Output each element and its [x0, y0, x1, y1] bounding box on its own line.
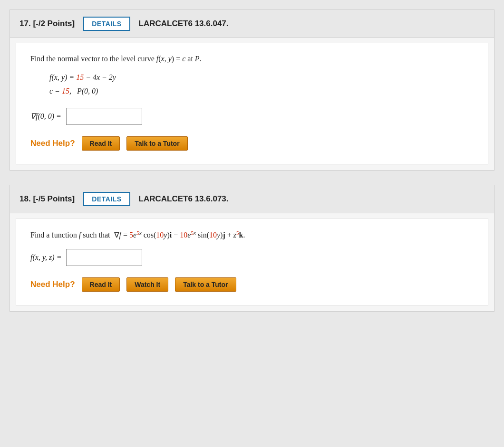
answer-input-18[interactable]: [66, 249, 142, 266]
problem-18: 18. [-/5 Points] DETAILS LARCALCET6 13.6…: [10, 185, 494, 312]
read-it-button-17[interactable]: Read It: [82, 136, 120, 151]
talk-to-tutor-button-18[interactable]: Talk to a Tutor: [175, 277, 236, 292]
need-help-label-18: Need Help?: [30, 280, 75, 289]
problem-18-body: Find a function f such that ∇f = 5e5x co…: [16, 218, 488, 305]
problem-17: 17. [-/2 Points] DETAILS LARCALCET6 13.6…: [10, 10, 494, 171]
watch-it-button-18[interactable]: Watch It: [126, 277, 168, 292]
details-button-17[interactable]: DETAILS: [83, 17, 130, 31]
problem-17-number: 17. [-/2 Points]: [19, 19, 75, 29]
need-help-label-17: Need Help?: [30, 139, 75, 148]
problem-17-help-row: Need Help? Read It Talk to a Tutor: [30, 136, 474, 151]
problem-18-answer-row: f(x, y, z) =: [30, 249, 474, 266]
problem-18-id: LARCALCET6 13.6.073.: [139, 194, 229, 204]
read-it-button-18[interactable]: Read It: [82, 277, 120, 292]
problem-17-header: 17. [-/2 Points] DETAILS LARCALCET6 13.6…: [10, 10, 494, 38]
problem-18-header: 18. [-/5 Points] DETAILS LARCALCET6 13.6…: [10, 185, 494, 213]
details-button-18[interactable]: DETAILS: [83, 192, 130, 206]
fxyz-label-18: f(x, y, z) =: [30, 253, 61, 262]
nabla-label-17: ∇f(0, 0) =: [30, 112, 61, 121]
problem-17-id: LARCALCET6 13.6.047.: [139, 19, 229, 29]
problem-18-description: Find a function f such that ∇f = 5e5x co…: [30, 230, 474, 239]
problem-17-body: Find the normal vector to the level curv…: [16, 43, 488, 164]
problem-17-answer-row: ∇f(0, 0) =: [30, 108, 474, 125]
problem-17-description: Find the normal vector to the level curv…: [30, 55, 474, 63]
talk-to-tutor-button-17[interactable]: Talk to a Tutor: [126, 136, 187, 151]
problem-18-number: 18. [-/5 Points]: [19, 194, 75, 204]
problem-17-math: f(x, y) = 15 − 4x − 2y c = 15, P(0, 0): [49, 71, 474, 98]
answer-input-17[interactable]: [66, 108, 142, 125]
problem-18-help-row: Need Help? Read It Watch It Talk to a Tu…: [30, 277, 474, 292]
